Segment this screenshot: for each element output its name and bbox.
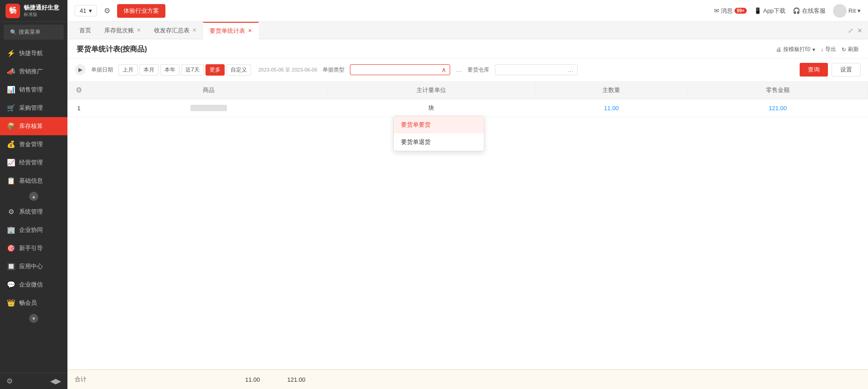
warehouse-select-wrap[interactable]: … <box>495 64 578 75</box>
col-product: 商品 <box>90 81 328 99</box>
sidebar-nav: ⚡ 快捷导航 📣 营销推广 📊 销售管理 🛒 采购管理 📦 库存核算 💰 资金管… <box>0 42 67 373</box>
sidebar-item-basic[interactable]: 📋 基础信息 <box>0 172 67 190</box>
scroll-down-btn[interactable]: ▼ <box>29 314 38 323</box>
sidebar-item-marketing[interactable]: 📣 营销推广 <box>0 62 67 81</box>
tab-order-summary[interactable]: 要货单统计表 ✕ <box>203 22 259 39</box>
settings-btn[interactable]: 设置 <box>832 63 861 77</box>
wechat-icon: 💬 <box>6 280 15 289</box>
print-icon: 🖨 <box>776 46 781 53</box>
row-qty[interactable]: 11.00 <box>535 99 688 117</box>
search-icon: 🔍 <box>10 29 17 36</box>
row-product <box>90 99 328 117</box>
tab-home[interactable]: 首页 <box>73 22 98 39</box>
date-btn-this-month[interactable]: 本月 <box>139 64 159 76</box>
tab-close-recv-summary[interactable]: ✕ <box>192 27 196 33</box>
sidebar-item-finance[interactable]: 💰 资金管理 <box>0 135 67 154</box>
print-template-btn[interactable]: 🖨 按模板打印 ▾ <box>776 46 815 53</box>
page-content: 要货单统计表(按商品) 🖨 按模板打印 ▾ ↓ 导出 ↻ 刷新 ▶ <box>67 39 868 389</box>
sidebar-item-quick-nav[interactable]: ⚡ 快捷导航 <box>0 44 67 62</box>
col-unit: 主计量单位 <box>328 81 535 99</box>
quick-nav-icon: ⚡ <box>6 49 15 58</box>
sidebar-item-sales[interactable]: 📊 销售管理 <box>0 81 67 99</box>
tab-close-inventory-batch[interactable]: ✕ <box>137 27 141 33</box>
sidebar-item-guide[interactable]: 🎯 新手引导 <box>0 239 67 257</box>
user-dropdown-arrow: ▾ <box>858 7 861 14</box>
sidebar-item-operation[interactable]: 📈 经营管理 <box>0 154 67 172</box>
row-no: 1 <box>67 99 90 117</box>
sidebar-item-enterprise[interactable]: 🏢 企业协同 <box>0 221 67 239</box>
topbar-gear-btn[interactable]: ⚙ <box>101 5 113 17</box>
type-filter-input[interactable] <box>354 67 440 73</box>
inventory-icon: 📦 <box>6 122 15 131</box>
date-btn-more[interactable]: 更多 <box>205 64 225 76</box>
tab-recv-summary[interactable]: 收发存汇总表 ✕ <box>148 22 203 39</box>
table-wrap: ⚙ 商品 主计量单位 主数量 零售金额 1 <box>67 81 868 117</box>
vip-icon: 👑 <box>6 298 15 307</box>
filter-expand-btn[interactable]: ▶ <box>75 64 86 75</box>
main-area: 41 ▾ ⚙ 体验行业方案 ✉ 消息 99+ 📱 App下载 🎧 在线客服 R <box>67 0 868 389</box>
sales-icon: 📊 <box>6 85 15 94</box>
dropdown-arrow-icon: ▾ <box>89 7 92 14</box>
action-buttons: 查询 设置 <box>800 63 861 77</box>
sidebar-item-apps[interactable]: 🔲 应用中心 <box>0 257 67 276</box>
filter-more-icon[interactable]: … <box>456 66 462 73</box>
summary-data: 11.00 121.00 <box>90 376 305 383</box>
store-count: 41 <box>80 7 86 14</box>
sidebar-item-wechat[interactable]: 💬 企业微信 <box>0 276 67 294</box>
date-btn-custom[interactable]: 自定义 <box>226 64 251 76</box>
tab-close-order-summary[interactable]: ✕ <box>248 28 252 34</box>
tab-expand-area: ⤢ ✕ <box>848 27 863 34</box>
refresh-icon: ↻ <box>842 46 846 53</box>
warehouse-input[interactable] <box>499 67 567 73</box>
message-badge: 99+ <box>734 8 747 14</box>
warehouse-more-icon[interactable]: … <box>567 66 574 73</box>
export-btn[interactable]: ↓ 导出 <box>821 46 836 53</box>
settings-icon[interactable]: ⚙ <box>6 377 13 385</box>
tab-inventory-batch[interactable]: 库存批次账 ✕ <box>98 22 148 39</box>
scroll-up-btn[interactable]: ▲ <box>29 192 38 201</box>
marketing-icon: 📣 <box>6 67 15 76</box>
query-btn[interactable]: 查询 <box>800 63 828 77</box>
message-icon: ✉ <box>714 7 719 14</box>
app-logo-icon: 畅 <box>5 4 20 18</box>
online-service-btn[interactable]: 🎧 在线客服 <box>793 7 826 15</box>
sidebar-item-inventory[interactable]: 📦 库存核算 <box>0 117 67 135</box>
date-btn-7days[interactable]: 近7天 <box>181 64 204 76</box>
sidebar-item-system[interactable]: ⚙ 系统管理 <box>0 203 67 221</box>
sidebar-item-vip[interactable]: 👑 畅会员 <box>0 294 67 312</box>
dropdown-item-return[interactable]: 要货单退货 <box>394 133 484 151</box>
sidebar-item-purchase[interactable]: 🛒 采购管理 <box>0 99 67 117</box>
tab-maximize-btn[interactable]: ⤢ <box>848 27 853 34</box>
topbar-left: 41 ▾ ⚙ 体验行业方案 <box>75 4 165 18</box>
refresh-btn[interactable]: ↻ 刷新 <box>842 46 859 53</box>
search-menu[interactable]: 🔍 搜索菜单 <box>4 25 64 40</box>
sidebar-bottom: ⚙ ◀▶ <box>0 373 67 389</box>
basic-icon: 📋 <box>6 176 15 185</box>
date-btn-last-month[interactable]: 上月 <box>118 64 138 76</box>
app-download-btn[interactable]: 📱 App下载 <box>754 7 786 15</box>
warehouse-label: 要货仓库 <box>467 66 489 74</box>
date-btn-this-year[interactable]: 本年 <box>160 64 180 76</box>
enterprise-icon: 🏢 <box>6 225 15 235</box>
print-dropdown-icon: ▾ <box>812 46 815 53</box>
summary-amount: 121.00 <box>288 376 306 383</box>
col-amount: 零售金额 <box>688 81 868 99</box>
tabs-bar: 首页 库存批次账 ✕ 收发存汇总表 ✕ 要货单统计表 ✕ ⤢ ✕ <box>67 22 868 39</box>
user-menu[interactable]: Rit ▾ <box>833 4 861 18</box>
dropdown-item-requisition[interactable]: 要货单要货 <box>394 116 484 133</box>
column-settings-icon[interactable]: ⚙ <box>75 86 83 94</box>
type-chevron-icon[interactable]: ∧ <box>442 66 446 73</box>
row-amount[interactable]: 121.00 <box>688 99 868 117</box>
tab-close-all-btn[interactable]: ✕ <box>857 27 863 34</box>
type-filter-input-wrap[interactable]: ∧ <box>350 64 450 75</box>
date-range-text: 2023-05-06 至 2023-06-06 <box>258 67 318 73</box>
type-dropdown: 要货单要货 要货单退货 <box>393 116 484 151</box>
message-btn[interactable]: ✉ 消息 99+ <box>714 7 747 15</box>
apps-icon: 🔲 <box>6 262 15 271</box>
collapse-icon[interactable]: ◀▶ <box>50 377 61 385</box>
app-logo-text: 畅捷通好生意 标准版 <box>24 4 59 18</box>
headset-icon: 🎧 <box>793 7 800 14</box>
store-selector[interactable]: 41 ▾ <box>75 5 97 16</box>
col-settings[interactable]: ⚙ <box>67 81 90 99</box>
trial-btn[interactable]: 体验行业方案 <box>117 4 165 18</box>
